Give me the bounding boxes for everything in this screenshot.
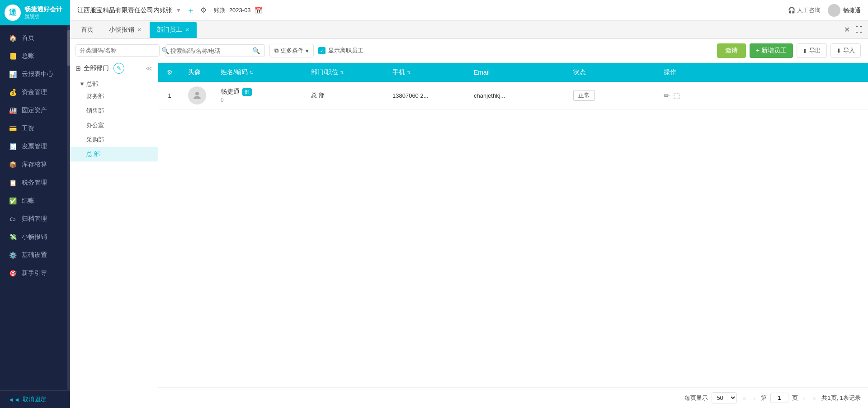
first-page-button[interactable]: « [741,394,748,403]
dept-item-zongbu[interactable]: 总 部 [70,147,158,161]
inventory-icon: 📦 [8,160,17,169]
pin-icon: ◄◄ [8,396,20,403]
export-icon: ⬆ [802,47,807,54]
employee-avatar [188,86,206,104]
company-settings-icon[interactable]: ⚙ [200,6,207,14]
logo-sub: 旗舰版 [24,13,62,20]
sidebar-item-ledger[interactable]: 📒 总账 [0,47,70,65]
tab-department[interactable]: 部门员工 ✕ [150,22,197,38]
col-email: Email [467,63,566,82]
show-resigned-toggle[interactable]: ✓ 显示离职员工 [318,47,363,55]
sidebar-item-assets[interactable]: 🏭 固定资产 [0,101,70,119]
invoice-icon: 🧾 [8,142,17,151]
dept-collapse-icon[interactable]: ≪ [146,65,152,72]
dept-item-bangongshi[interactable]: 办公室 [70,118,158,133]
cancel-fixed-button[interactable]: ◄◄ 取消固定 [0,390,70,408]
employee-name: 畅捷通 [221,88,240,96]
guide-icon: 🎯 [8,269,17,278]
col-avatar: 头像 [181,63,213,82]
page-body: 🔍 ⊞ 全部部门 ✎ ≪ ▼ 总部 财务部 销售部 办公室 采购部 总 部 [70,39,868,408]
tab-home[interactable]: 首页 [74,22,101,38]
dept-item-caigou[interactable]: 采购部 [70,133,158,147]
prev-page-button[interactable]: ‹ [751,394,757,403]
salary-icon: 💳 [8,124,17,133]
company-dropdown-icon[interactable]: ▼ [176,7,181,14]
main-content: 江西服宝精品有限责任公司内账张 ▼ ＋ ⚙ 账期 2023-03 📅 🎧 人工咨… [70,0,868,408]
row-dept: 总 部 [304,82,385,109]
calendar-icon[interactable]: 📅 [255,7,262,14]
maximize-icon[interactable]: ⛶ [854,24,864,36]
logo-icon: 通 [5,5,21,21]
sidebar-item-checkout[interactable]: ✅ 结账 [0,192,70,210]
sidebar-item-archive[interactable]: 🗂 归档管理 [0,210,70,228]
per-page-label: 每页显示 [684,394,708,402]
col-name[interactable]: 姓名/编码 ⇅ [213,63,304,82]
table-row: 1 畅捷通 部 0 [158,82,868,109]
status-badge: 正常 [573,90,595,101]
sidebar-item-home[interactable]: 🏠 首页 [0,29,70,47]
close-all-tabs-icon[interactable]: ✕ [842,24,852,36]
assets-icon: 🏭 [8,106,17,115]
last-page-button[interactable]: » [811,394,818,403]
ledger-icon: 📒 [8,52,17,61]
more-actions-button[interactable]: ⬚ [673,91,680,100]
invite-button[interactable]: 邀请 [717,43,746,58]
add-employee-button[interactable]: + 新增员工 [750,43,793,58]
sidebar-item-tax[interactable]: 📋 税务管理 [0,174,70,192]
row-phone: 13807060 2... [385,82,467,109]
employee-dept-badge: 部 [242,88,252,96]
tab-expense[interactable]: 小畅报销 ✕ [102,22,149,38]
dept-item-caiwu[interactable]: 财务部 [70,89,158,104]
sidebar-item-capital[interactable]: 💰 资金管理 [0,83,70,101]
import-button[interactable]: ⬇ 导入 [830,43,861,58]
employee-search-input[interactable] [170,47,250,54]
close-tab-department-icon[interactable]: ✕ [185,27,189,33]
tax-icon: 📋 [8,178,17,187]
col-settings[interactable]: ⚙ [158,63,181,82]
capital-icon: 💰 [8,88,17,97]
employee-table: ⚙ 头像 姓名/编码 ⇅ 部门/职位 ⇅ 手机 [158,63,868,109]
dept-item-xiaoshou[interactable]: 销售部 [70,104,158,118]
col-status: 状态 [566,63,656,82]
tabs-actions: ✕ ⛶ [842,24,868,36]
col-phone[interactable]: 手机 ⇅ [385,63,467,82]
edit-employee-button[interactable]: ✏ [664,91,670,100]
col-action: 操作 [656,63,868,82]
expand-icon[interactable]: ▼ [79,81,85,87]
dept-search-input[interactable] [75,44,160,57]
dept-edit-button[interactable]: ✎ [113,63,124,74]
user-info: 畅捷通 [828,4,861,17]
svg-point-0 [195,92,199,95]
employee-search-icon[interactable]: 🔍 [252,47,260,54]
human-consult-button[interactable]: 🎧 人工咨询 [788,6,821,14]
more-filter-button[interactable]: ⧉ 更多条件 ▾ [269,44,314,57]
settings-icon: ⚙️ [8,251,17,260]
employee-search-box: 🔍 [165,44,265,57]
expense-icon: 💸 [8,232,17,242]
resigned-checkbox[interactable]: ✓ [318,47,326,54]
per-page-select[interactable]: 50 100 200 [712,392,737,403]
all-departments-item[interactable]: ⊞ 全部部门 ✎ ≪ [70,60,158,76]
tabs-bar: 首页 小畅报销 ✕ 部门员工 ✕ ✕ ⛶ [70,21,868,39]
sidebar-item-settings[interactable]: ⚙️ 基础设置 [0,246,70,264]
pagination: 每页显示 50 100 200 « ‹ 第 页 › » 共1页, 1条记录 [158,387,868,408]
close-tab-expense-icon[interactable]: ✕ [137,27,142,33]
col-dept[interactable]: 部门/职位 ⇅ [304,63,385,82]
filter-dropdown-icon: ▾ [306,47,309,54]
page-number-input[interactable] [770,393,788,403]
sidebar-item-salary[interactable]: 💳 工资 [0,119,70,138]
grid-icon: ⊞ [75,65,81,72]
row-status: 正常 [566,82,656,109]
sidebar-item-expense[interactable]: 💸 小畅报销 [0,228,70,246]
next-page-button[interactable]: › [802,394,807,403]
sidebar-item-guide[interactable]: 🎯 新手引导 [0,264,70,282]
sidebar-item-inventory[interactable]: 📦 库存核算 [0,156,70,174]
user-avatar [828,4,840,17]
add-company-button[interactable]: ＋ [185,5,197,16]
sidebar: 通 畅捷通好会计 旗舰版 🏠 首页 📒 总账 📊 云报表中心 💰 资金管理 🏭 … [0,0,70,408]
import-icon: ⬇ [836,47,841,54]
name-sort-icon: ⇅ [250,70,253,75]
sidebar-item-invoice[interactable]: 🧾 发票管理 [0,138,70,156]
sidebar-item-report[interactable]: 📊 云报表中心 [0,65,70,83]
export-button[interactable]: ⬆ 导出 [797,43,827,58]
